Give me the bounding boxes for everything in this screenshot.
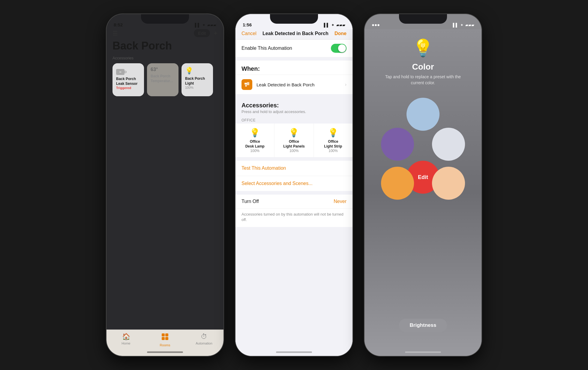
edit-label: Edit bbox=[418, 174, 428, 181]
status-icons-1: ▌▌ ✦ ▰▰▰ bbox=[195, 23, 216, 27]
device-light-strip[interactable]: 💡 OfficeLight Strip 100% bbox=[314, 124, 352, 157]
accessory-card-sensor[interactable]: ▪▪ Back PorchLeak Sensor Triggered bbox=[112, 63, 144, 96]
sensor-name: Back PorchLeak Sensor bbox=[116, 77, 140, 86]
phone-3: ●●● ▌▌ ✦ ▰▰▰ 💡 Color Tap and hold to rep… bbox=[364, 14, 482, 356]
color-title: Color bbox=[412, 62, 434, 72]
light-panels-name: OfficeLight Panels bbox=[278, 139, 310, 149]
wifi-icon-3: ✦ bbox=[460, 23, 464, 27]
edit-button[interactable]: Edit bbox=[194, 29, 210, 37]
svg-rect-2 bbox=[162, 337, 165, 340]
notch-3 bbox=[399, 14, 447, 24]
light-name: Back PorchLight bbox=[185, 76, 209, 86]
time-3: ●●● bbox=[372, 22, 380, 27]
temp-name: Back PorchTemperatur... bbox=[151, 74, 175, 83]
enable-label: Enable This Automation bbox=[242, 46, 292, 51]
color-subtitle: Tap and hold to replace a preset with th… bbox=[384, 74, 462, 86]
toggle-knob bbox=[338, 44, 346, 52]
accessories-title: Accessories: bbox=[242, 102, 346, 109]
menu-icon[interactable]: ☰ bbox=[112, 30, 118, 37]
cancel-button[interactable]: Cancel bbox=[242, 31, 256, 36]
phone2-scroll: Enable This Automation When: bbox=[236, 40, 352, 356]
when-trigger-label: Leak Detected in Back Porch bbox=[256, 82, 341, 87]
home-tab-label: Home bbox=[122, 342, 130, 345]
color-circle-blue[interactable] bbox=[406, 98, 440, 131]
svg-rect-5 bbox=[247, 82, 249, 85]
home-tab-icon: 🏠 bbox=[122, 333, 130, 341]
turnoff-note: Accessories turned on by this automation… bbox=[236, 209, 352, 227]
phone3-content: 💡 Color Tap and hold to replace a preset… bbox=[364, 29, 482, 356]
automation-tab-label: Automation bbox=[196, 342, 212, 345]
room-title: Back Porch bbox=[112, 40, 218, 52]
color-circle-white[interactable] bbox=[432, 128, 465, 161]
enable-section: Enable This Automation bbox=[236, 40, 352, 57]
sensor-status: Triggered bbox=[116, 86, 140, 90]
office-label: OFFICE bbox=[236, 116, 352, 124]
notch-2 bbox=[270, 14, 318, 24]
tab-automation[interactable]: ⏱ Automation bbox=[192, 333, 216, 345]
status-icons-2: ▌▌ ✦ ▰▰▰ bbox=[324, 23, 345, 27]
light-status: 100% bbox=[185, 86, 209, 89]
time-1: 8:52 bbox=[114, 22, 123, 27]
light-icon: 💡 bbox=[185, 67, 209, 75]
temp-icon: 63° bbox=[151, 67, 175, 72]
home-indicator-1 bbox=[147, 351, 183, 353]
device-desk-lamp[interactable]: 💡 OfficeDesk Lamp 100% bbox=[236, 124, 274, 157]
when-section: When: Leak Detected in Back Porch › bbox=[236, 61, 352, 94]
desk-lamp-pct: 100% bbox=[238, 149, 271, 153]
leak-icon-box bbox=[242, 79, 252, 90]
rooms-tab-label: Rooms bbox=[160, 343, 170, 347]
tab-rooms[interactable]: Rooms bbox=[153, 333, 177, 347]
accessories-subtitle: Press and hold to adjust accessories. bbox=[242, 109, 346, 114]
phone1-content: ☰ Edit + Back Porch Accessories ▪▪ bbox=[106, 29, 224, 99]
color-circle-orange[interactable] bbox=[381, 167, 414, 200]
turnoff-section: Turn Off Never Accessories turned on by … bbox=[236, 195, 352, 227]
svg-rect-4 bbox=[244, 83, 247, 85]
svg-point-6 bbox=[245, 85, 247, 87]
battery-icon-2: ▰▰▰ bbox=[336, 23, 345, 27]
svg-rect-3 bbox=[165, 337, 168, 340]
sensor-icon: ▪▪ bbox=[116, 67, 140, 75]
color-circle-peach[interactable] bbox=[432, 167, 465, 200]
tab-bar-1: 🏠 Home Rooms ⏱ Automation bbox=[106, 330, 224, 356]
when-trigger-row[interactable]: Leak Detected in Back Porch › bbox=[236, 75, 352, 94]
desk-lamp-icon: 💡 bbox=[238, 128, 271, 138]
accessory-cards: ▪▪ Back PorchLeak Sensor Triggered 63° B… bbox=[112, 63, 218, 96]
color-circles: Edit bbox=[378, 98, 468, 200]
accessory-card-light[interactable]: 💡 Back PorchLight 100% bbox=[182, 63, 213, 96]
light-strip-name: OfficeLight Strip bbox=[317, 139, 350, 149]
accessory-card-temp[interactable]: 63° Back PorchTemperatur... bbox=[147, 63, 178, 96]
battery-icon-3: ▰▰▰ bbox=[465, 23, 474, 27]
phone-2: 1:56 ▌▌ ✦ ▰▰▰ Cancel Leak Detected in Ba… bbox=[236, 14, 352, 356]
accessories-label: Accessories bbox=[112, 56, 218, 60]
tab-home[interactable]: 🏠 Home bbox=[114, 333, 138, 345]
home-indicator-3 bbox=[405, 351, 441, 353]
rooms-tab-icon bbox=[161, 333, 169, 342]
automation-tab-icon: ⏱ bbox=[201, 333, 207, 341]
wifi-icon-2: ✦ bbox=[331, 23, 334, 27]
turnoff-label: Turn Off bbox=[242, 199, 259, 204]
light-strip-icon: 💡 bbox=[317, 128, 350, 138]
device-light-panels[interactable]: 💡 OfficeLight Panels 100% bbox=[274, 124, 314, 157]
done-button[interactable]: Done bbox=[334, 31, 346, 36]
brightness-button[interactable]: Brightness bbox=[399, 319, 447, 332]
svg-rect-1 bbox=[165, 333, 168, 336]
phone1-nav: ☰ Edit + bbox=[112, 29, 218, 37]
enable-toggle[interactable] bbox=[331, 44, 346, 53]
signal-icon-3: ▌▌ bbox=[453, 23, 458, 27]
color-circle-purple[interactable] bbox=[381, 128, 414, 161]
automation-title: Leak Detected in Back Porch bbox=[262, 31, 328, 36]
signal-icon-2: ▌▌ bbox=[324, 23, 329, 27]
turnoff-row[interactable]: Turn Off Never bbox=[236, 195, 352, 209]
test-automation-button[interactable]: Test This Automation bbox=[236, 161, 352, 176]
select-accessories-button[interactable]: Select Accessories and Scenes... bbox=[236, 176, 352, 191]
time-2: 1:56 bbox=[243, 22, 252, 27]
device-grid: 💡 OfficeDesk Lamp 100% 💡 OfficeLight Pan… bbox=[236, 124, 352, 157]
battery-icon-1: ▰▰▰ bbox=[207, 23, 216, 27]
phone2-header: Cancel Leak Detected in Back Porch Done bbox=[236, 29, 352, 40]
light-strip-pct: 100% bbox=[317, 149, 350, 153]
actions-section: Test This Automation Select Accessories … bbox=[236, 161, 352, 191]
when-chevron-icon: › bbox=[345, 82, 346, 87]
notch-1 bbox=[141, 14, 189, 24]
add-button[interactable]: + bbox=[214, 29, 218, 37]
when-title: When: bbox=[236, 61, 352, 75]
